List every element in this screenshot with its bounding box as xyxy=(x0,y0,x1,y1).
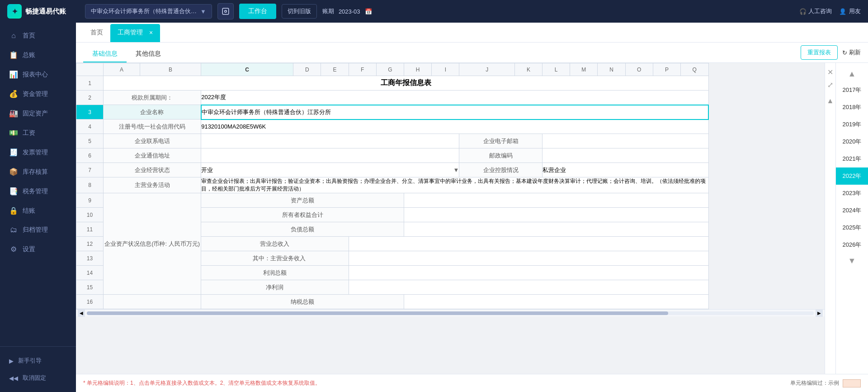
year-2020[interactable]: 2020年 xyxy=(836,133,868,150)
year-2021[interactable]: 2021年 xyxy=(836,150,868,167)
cell-4-label: 注册号/统一社会信用代码 xyxy=(104,120,201,134)
company-settings-icon[interactable] xyxy=(217,3,234,19)
row-num-14: 14 xyxy=(76,266,104,280)
user-menu[interactable]: 👤 用友 xyxy=(839,7,861,15)
expand-panel-button[interactable]: ⤢ xyxy=(825,79,836,90)
row-num-11: 11 xyxy=(76,222,104,237)
year-2024[interactable]: 2024年 xyxy=(836,202,868,219)
cell-4-value[interactable]: 91320100MA208E5W6K xyxy=(201,120,708,134)
refresh-button[interactable]: ↻ 刷新 xyxy=(842,48,861,57)
col-header-l: L xyxy=(542,63,570,76)
cell-2-value[interactable]: 2022年度 xyxy=(201,91,708,105)
sidebar-item-label: 报表中心 xyxy=(23,71,48,79)
tab-home[interactable]: 首页 xyxy=(83,24,110,42)
year-panel: ▲ 2017年 2018年 2019年 2020年 2021年 2022年 20… xyxy=(835,63,868,374)
pin-icon: ◀◀ xyxy=(9,375,18,382)
company-selector[interactable]: 中审众环会计师事务所（特殊普通合伙… ▼ xyxy=(85,4,212,19)
sidebar-item-reports[interactable]: 📊 报表中心 xyxy=(0,65,76,84)
table-row: 5 企业联系电话 企业电子邮箱 xyxy=(76,134,709,148)
toolbar: 重置报表 ↻ 刷新 xyxy=(801,45,868,60)
old-version-button[interactable]: 切到旧版 xyxy=(282,4,317,19)
sidebar-item-home[interactable]: ⌂ 首页 xyxy=(0,26,76,45)
sidebar-item-label: 设置 xyxy=(23,245,35,253)
cancel-fix-button[interactable]: ◀◀ 取消固定 xyxy=(0,369,76,387)
content-area: 首页 工商管理 × 基础信息 其他信息 重置报表 ↻ 刷新 xyxy=(76,23,868,392)
sub-tab-other[interactable]: 其他信息 xyxy=(127,46,170,62)
cell-10-value[interactable] xyxy=(404,208,708,222)
footer-note: * 单元格编辑说明：1、点击单元格直接录入数值或文本。2、清空单元格数值或文本恢… xyxy=(83,379,321,387)
close-panel-button[interactable]: ✕ xyxy=(825,67,836,77)
sidebar-item-label: 发票管理 xyxy=(23,148,48,157)
main-layout: ⌂ 首页 📋 总账 📊 报表中心 💰 资金管理 🏭 固定资产 💵 工资 xyxy=(0,23,868,392)
year-2019[interactable]: 2019年 xyxy=(836,116,868,133)
scroll-left-button[interactable]: ◀ xyxy=(78,310,85,317)
year-scroll-up[interactable]: ▲ xyxy=(836,67,868,81)
cell-14-value[interactable] xyxy=(349,266,708,280)
cell-6-label: 企业通信地址 xyxy=(104,148,201,163)
sidebar-item-ledger[interactable]: 📋 总账 xyxy=(0,45,76,65)
sidebar-item-tax[interactable]: 📑 税务管理 xyxy=(0,182,76,201)
cell-16-value[interactable] xyxy=(404,295,708,309)
cell-5-email[interactable] xyxy=(542,134,708,148)
cell-title[interactable]: 工商年报信息表 xyxy=(104,76,709,91)
new-guide-button[interactable]: ▶ 新手引导 xyxy=(0,352,76,369)
tab-commerce[interactable]: 工商管理 × xyxy=(110,24,160,42)
refresh-icon: ↻ xyxy=(842,49,847,56)
sidebar-nav: ⌂ 首页 📋 总账 📊 报表中心 💰 资金管理 🏭 固定资产 💵 工资 xyxy=(0,23,76,346)
sidebar-item-assets[interactable]: 🏭 固定资产 xyxy=(0,104,76,123)
scroll-right-button[interactable]: ▶ xyxy=(816,310,823,317)
col-header-k: K xyxy=(514,63,542,76)
sheet-table: A B C D E F G H I J K L M xyxy=(76,63,709,309)
cell-14-sublabel: 利润总额 xyxy=(201,266,349,280)
sidebar-item-invoices[interactable]: 🧾 发票管理 xyxy=(0,143,76,162)
col-header-c: C xyxy=(201,63,293,76)
cell-9-value[interactable] xyxy=(404,193,708,208)
sidebar-item-label: 资金管理 xyxy=(23,90,48,98)
row-num-4: 4 xyxy=(76,120,104,134)
sidebar-item-closing[interactable]: 🔒 结账 xyxy=(0,201,76,220)
cell-8-value[interactable]: 审查企业会计报表；出具审计报告；验证企业资本；出具验资报告；办理企业合并、分立、… xyxy=(201,177,708,193)
sidebar-item-payroll[interactable]: 💵 工资 xyxy=(0,123,76,143)
year-2023[interactable]: 2023年 xyxy=(836,185,868,202)
year-2025[interactable]: 2025年 xyxy=(836,219,868,236)
cell-12-value[interactable] xyxy=(349,237,708,251)
col-header-n: N xyxy=(598,63,625,76)
row-num-15: 15 xyxy=(76,280,104,295)
scroll-track[interactable] xyxy=(87,311,814,315)
collapse-up-button[interactable]: ▲ xyxy=(825,96,836,106)
sidebar-item-inventory[interactable]: 📦 库存核算 xyxy=(0,162,76,182)
sidebar-item-settings[interactable]: ⚙ 设置 xyxy=(0,239,76,259)
tab-close-icon[interactable]: × xyxy=(149,29,153,36)
cell-13-value[interactable] xyxy=(349,251,708,266)
cell-11-value[interactable] xyxy=(404,222,708,237)
calendar-icon[interactable]: 📅 xyxy=(365,8,372,15)
horizontal-scrollbar[interactable]: ◀ ▶ xyxy=(76,309,825,316)
cell-7-control[interactable]: 私营企业 xyxy=(542,163,708,177)
col-header-a: A xyxy=(104,63,140,76)
year-2017[interactable]: 2017年 xyxy=(836,81,868,99)
col-header-p: P xyxy=(653,63,680,76)
cell-6-addr[interactable] xyxy=(201,148,459,163)
cell-6-zip[interactable] xyxy=(542,148,708,163)
year-scroll-down[interactable]: ▼ xyxy=(836,253,868,268)
sidebar-item-archive[interactable]: 🗂 归档管理 xyxy=(0,220,76,239)
sidebar-item-label: 固定资产 xyxy=(23,110,48,118)
sidebar-item-funds[interactable]: 💰 资金管理 xyxy=(0,84,76,104)
year-2022[interactable]: 2022年 xyxy=(836,167,868,185)
cell-5-phone[interactable] xyxy=(201,134,459,148)
user-icon: 👤 xyxy=(839,8,846,15)
cell-9-group-label: 企业资产状况信息(币种: 人民币万元) xyxy=(104,193,201,295)
cell-7-status[interactable]: 开业 ▼ xyxy=(201,163,459,177)
spreadsheet[interactable]: A B C D E F G H I J K L M xyxy=(76,63,825,374)
service-button[interactable]: 🎧 人工咨询 xyxy=(799,7,832,15)
cell-15-value[interactable] xyxy=(349,280,708,295)
cell-3-value[interactable]: 中审众环会计师事务所（特殊普通合伙）江苏分所 xyxy=(201,105,708,120)
worktable-button[interactable]: 工作台 xyxy=(239,4,276,19)
settings-icon: ⚙ xyxy=(9,245,18,253)
cell-13-sublabel: 其中：主营业务收入 xyxy=(201,251,349,266)
footer: * 单元格编辑说明：1、点击单元格直接录入数值或文本。2、清空单元格数值或文本恢… xyxy=(76,374,868,392)
year-2018[interactable]: 2018年 xyxy=(836,99,868,116)
year-2026[interactable]: 2026年 xyxy=(836,236,868,253)
sub-tab-basic[interactable]: 基础信息 xyxy=(83,46,127,62)
reset-report-button[interactable]: 重置报表 xyxy=(801,45,838,60)
